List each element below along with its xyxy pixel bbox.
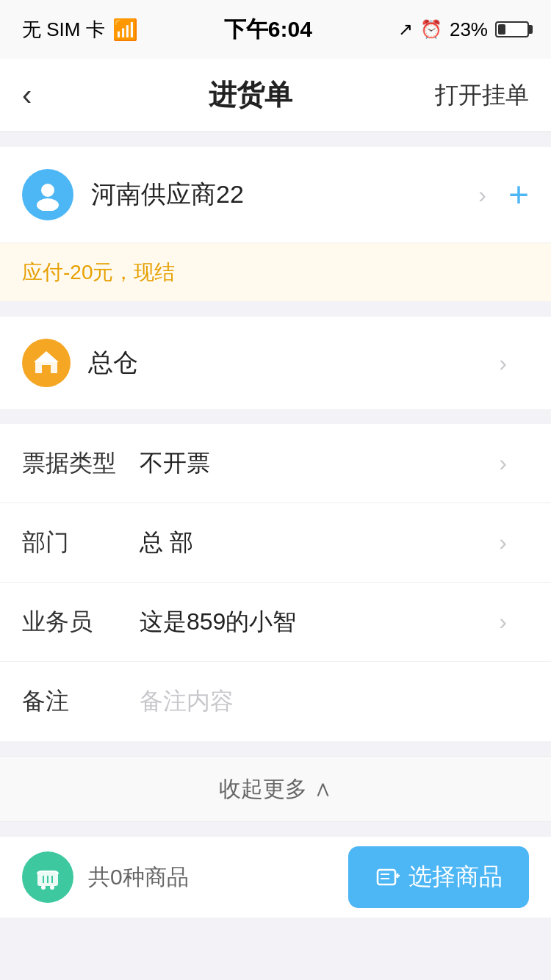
bottom-bar: 共0种商品 选择商品	[0, 837, 551, 918]
status-right: ↗ ⏰ 23%	[398, 18, 529, 41]
remark-label: 备注	[22, 685, 125, 718]
invoice-type-label: 票据类型	[22, 447, 125, 480]
carrier-label: 无 SIM 卡	[22, 17, 105, 43]
top-divider	[0, 132, 551, 147]
supplier-section: 河南供应商22 › + 应付-20元，现结	[0, 147, 551, 302]
back-button[interactable]: ‹	[22, 79, 66, 112]
invoice-type-value: 不开票	[125, 447, 499, 480]
svg-rect-10	[378, 870, 395, 884]
select-product-icon	[375, 864, 401, 890]
invoice-type-chevron-icon: ›	[499, 450, 507, 477]
svg-point-0	[41, 184, 54, 197]
invoice-type-row[interactable]: 票据类型 不开票 ›	[0, 424, 551, 503]
nav-bar: ‹ 进货单 打开挂单	[0, 59, 551, 132]
svg-point-6	[50, 885, 54, 890]
status-left: 无 SIM 卡 📶	[22, 17, 138, 43]
supplier-name: 河南供应商22	[91, 178, 478, 212]
add-supplier-button[interactable]: +	[508, 177, 529, 212]
notice-banner: 应付-20元，现结	[0, 243, 551, 302]
warehouse-icon	[22, 339, 71, 387]
department-label: 部门	[22, 527, 125, 559]
salesperson-label: 业务员	[22, 606, 125, 638]
select-product-label: 选择商品	[408, 861, 503, 893]
select-product-button[interactable]: 选择商品	[348, 846, 529, 908]
svg-point-1	[37, 198, 59, 211]
product-count-text: 共0种商品	[88, 862, 348, 893]
alarm-icon: ⏰	[420, 19, 442, 40]
supplier-chevron-icon: ›	[478, 181, 486, 209]
salesperson-chevron-icon: ›	[499, 608, 507, 635]
notice-text: 应付-20元，现结	[22, 261, 175, 284]
open-pending-button[interactable]: 打开挂单	[435, 79, 529, 112]
department-value: 总 部	[125, 527, 499, 559]
location-icon: ↗	[398, 19, 413, 40]
collapse-label: 收起更多 ∧	[219, 774, 331, 804]
user-icon	[32, 179, 64, 211]
status-bar: 无 SIM 卡 📶 下午6:04 ↗ ⏰ 23%	[0, 0, 551, 59]
department-row[interactable]: 部门 总 部 ›	[0, 503, 551, 583]
page-title: 进货单	[209, 76, 292, 114]
svg-rect-2	[42, 365, 51, 373]
warehouse-section: 总仓 ›	[0, 317, 551, 409]
department-chevron-icon: ›	[499, 529, 507, 556]
background-fill	[0, 918, 551, 980]
cart-icon	[33, 862, 62, 892]
supplier-avatar	[22, 169, 73, 220]
svg-marker-3	[34, 351, 59, 362]
remark-input[interactable]: 备注内容	[125, 685, 529, 718]
collapse-button[interactable]: 收起更多 ∧	[0, 756, 551, 822]
svg-point-5	[41, 885, 46, 890]
warehouse-name: 总仓	[88, 346, 499, 380]
supplier-row[interactable]: 河南供应商22 › +	[0, 147, 551, 243]
wifi-icon: 📶	[112, 18, 138, 42]
battery-icon	[495, 21, 529, 37]
form-section: 票据类型 不开票 › 部门 总 部 › 业务员 这是859的小智 › 备注 备注…	[0, 424, 551, 741]
battery-percentage: 23%	[450, 18, 488, 41]
home-icon	[32, 349, 60, 377]
warehouse-row[interactable]: 总仓 ›	[0, 317, 551, 409]
remark-row[interactable]: 备注 备注内容	[0, 662, 551, 741]
warehouse-chevron-icon: ›	[499, 350, 507, 377]
salesperson-row[interactable]: 业务员 这是859的小智 ›	[0, 583, 551, 662]
status-time: 下午6:04	[224, 15, 312, 45]
salesperson-value: 这是859的小智	[125, 606, 499, 638]
supplier-divider	[0, 302, 551, 317]
product-count-icon	[22, 851, 73, 903]
